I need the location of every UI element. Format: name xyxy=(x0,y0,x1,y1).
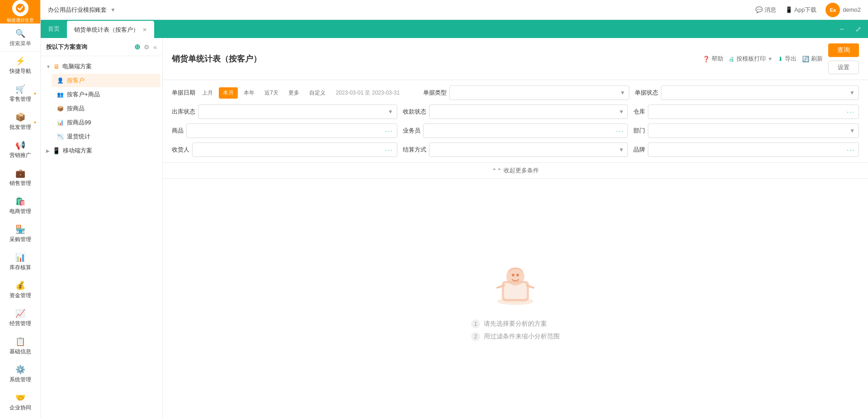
topbar-right: 💬 消息 📱 App下载 Ea demo2 xyxy=(755,3,861,17)
brand-control[interactable]: ··· xyxy=(648,142,859,157)
sidebar-item-ecommerce[interactable]: 🛍️ 电商管理 xyxy=(0,192,41,220)
print-icon: 🖨 xyxy=(729,56,735,62)
sidebar-item-operations[interactable]: 📈 经营管理 xyxy=(0,304,41,332)
scheme-item-return-stat[interactable]: 📉 退货统计 xyxy=(52,130,160,143)
collapse-up-icon: ⌃⌃ xyxy=(492,167,502,174)
svg-rect-3 xyxy=(504,283,527,299)
receipt-status-control[interactable]: ▼ xyxy=(429,104,628,119)
scheme-add-button[interactable]: ⊕ xyxy=(134,43,140,51)
salesperson-control[interactable]: ··· xyxy=(423,124,628,138)
app-download-action[interactable]: 📱 App下载 xyxy=(785,6,816,14)
svg-point-6 xyxy=(516,274,519,276)
scheme-item-label: 按商品99 xyxy=(67,119,91,127)
settlement-control[interactable]: ▼ xyxy=(429,142,628,157)
settlement-dropdown-icon: ▼ xyxy=(618,147,624,153)
tab-minimize-button[interactable]: – xyxy=(835,23,848,35)
date-tab-more[interactable]: 更多 xyxy=(284,87,303,99)
date-tab-last-month[interactable]: 上月 xyxy=(198,87,217,99)
scheme-header-actions: ⊕ ⚙ « xyxy=(134,43,157,51)
tab-home[interactable]: 首页 xyxy=(41,20,67,38)
sidebar-item-system[interactable]: ⚙️ 系统管理 xyxy=(0,360,41,388)
warehouse-dots: ··· xyxy=(847,108,855,115)
scheme-item-label: 按客户+商品 xyxy=(67,90,100,99)
settings-button[interactable]: 设置 xyxy=(828,61,859,74)
help-label: 帮助 xyxy=(712,55,723,63)
main-content: 办公用品行业模拟账套 ▼ 💬 消息 📱 App下载 Ea demo2 首页 xyxy=(41,0,868,418)
date-tab-last-7days[interactable]: 近7天 xyxy=(260,87,283,99)
date-tab-this-month[interactable]: 本月 xyxy=(219,87,238,99)
tab-sales-stat[interactable]: 销货单统计表（按客户） ✕ xyxy=(67,21,154,39)
order-type-dropdown-icon: ▼ xyxy=(620,90,625,96)
sidebar-item-retail[interactable]: 🛒 零售管理 xyxy=(0,80,41,108)
receipt-status-group: 收款状态 ▼ xyxy=(403,104,628,119)
sidebar-item-inventory[interactable]: 📊 库存核算 xyxy=(0,248,41,276)
operations-icon: 📈 xyxy=(15,309,25,318)
cooperation-icon: 🤝 xyxy=(15,393,25,403)
scheme-collapse-button[interactable]: « xyxy=(153,43,157,51)
sidebar-item-marketing[interactable]: 📢 营销推广 xyxy=(0,136,41,164)
order-type-control[interactable]: ▼ xyxy=(449,86,629,100)
product-icon: 📦 xyxy=(57,105,64,112)
query-button[interactable]: 查询 xyxy=(828,43,859,57)
scheme-group-desktop-title[interactable]: ▼ 🖥 电脑端方案 xyxy=(41,60,162,73)
date-tab-custom[interactable]: 自定义 xyxy=(305,87,330,99)
receiver-control[interactable]: ··· xyxy=(192,142,397,157)
empty-tip-2: 2 用过滤条件来缩小分析范围 xyxy=(471,332,560,341)
order-status-label: 单据状态 xyxy=(635,89,658,97)
stock-out-label: 出库状态 xyxy=(172,108,195,116)
receipt-status-dropdown-icon: ▼ xyxy=(618,109,624,115)
date-tab-this-year[interactable]: 本年 xyxy=(240,87,259,99)
stock-out-control[interactable]: ▼ xyxy=(198,104,397,119)
svg-point-5 xyxy=(512,274,514,276)
help-action[interactable]: ❓ 帮助 xyxy=(703,55,723,63)
topbar-dropdown[interactable]: ▼ xyxy=(110,7,116,13)
print-dropdown-icon[interactable]: ▼ xyxy=(768,56,773,62)
department-control[interactable]: ▼ xyxy=(648,124,859,138)
scheme-settings-button[interactable]: ⚙ xyxy=(144,43,150,51)
empty-tip-1: 1 请先选择要分析的方案 xyxy=(471,319,560,328)
sidebar-item-purchase[interactable]: 🏪 采购管理 xyxy=(0,220,41,248)
receipt-status-label: 收款状态 xyxy=(403,108,426,116)
goods-dots: ··· xyxy=(385,127,393,134)
goods-control[interactable]: ··· xyxy=(186,124,397,138)
brand-dots: ··· xyxy=(847,146,855,153)
scheme-item-by-product[interactable]: 📦 按商品 xyxy=(52,102,160,115)
mobile-folder-icon: 📱 xyxy=(52,147,60,154)
export-action[interactable]: ⬇ 导出 xyxy=(778,55,797,63)
inventory-icon: 📊 xyxy=(15,252,25,262)
sidebar-item-sales[interactable]: 💼 销售管理 xyxy=(0,164,41,192)
page-title: 销货单统计表（按客户） xyxy=(172,53,261,64)
print-label: 按模板打印 xyxy=(736,55,766,63)
tab-sales-stat-label: 销货单统计表（按客户） xyxy=(74,26,139,34)
empty-tips: 1 请先选择要分析的方案 2 用过滤条件来缩小分析范围 xyxy=(471,319,560,341)
scheme-group-mobile-title[interactable]: ▶ 📱 移动端方案 xyxy=(41,144,162,157)
department-group: 部门 ▼ xyxy=(633,124,859,138)
user-action[interactable]: Ea demo2 xyxy=(826,3,861,17)
sidebar-search[interactable]: 🔍 搜索菜单 xyxy=(0,24,41,52)
sidebar-item-newbie[interactable]: 🎓 新手引导 xyxy=(0,416,41,418)
scheme-item-label: 按客户 xyxy=(67,76,85,85)
tab-close-button[interactable]: ✕ xyxy=(142,27,147,33)
collapse-button[interactable]: ⌃⌃ 收起更多条件 xyxy=(492,166,539,175)
sidebar-item-basic[interactable]: 📋 基础信息 xyxy=(0,332,41,360)
sidebar-item-wholesale[interactable]: 📦 批发管理 xyxy=(0,108,41,136)
receiver-label: 收货人 xyxy=(172,146,189,154)
sidebar-item-quick-nav[interactable]: ⚡ 快捷导航 xyxy=(0,52,41,80)
scheme-item-by-product-99[interactable]: 📊 按商品99 xyxy=(52,116,160,129)
message-action[interactable]: 💬 消息 xyxy=(755,6,776,14)
scheme-item-by-customer-product[interactable]: 👥 按客户+商品 xyxy=(52,88,160,101)
collapse-label: 收起更多条件 xyxy=(504,166,539,175)
sidebar-item-cooperation[interactable]: 🤝 企业协同 xyxy=(0,388,41,416)
warehouse-control[interactable]: ··· xyxy=(648,104,859,119)
refresh-action[interactable]: 🔄 刷新 xyxy=(802,55,823,63)
order-status-control[interactable]: ▼ xyxy=(661,86,859,100)
right-panel: 销货单统计表（按客户） ❓ 帮助 🖨 按模板打印 ▼ ⬇ 导出 xyxy=(163,38,868,418)
print-action[interactable]: 🖨 按模板打印 ▼ xyxy=(729,55,773,63)
order-status-group: 单据状态 ▼ xyxy=(635,86,859,100)
app-name: 畅捷通好生意 xyxy=(7,17,34,24)
scheme-item-by-customer[interactable]: 👤 按客户 xyxy=(52,74,160,87)
tab-maximize-button[interactable]: ⤢ xyxy=(852,23,864,35)
collapse-bar: ⌃⌃ 收起更多条件 xyxy=(163,163,868,179)
scheme-item-label: 按商品 xyxy=(67,104,85,113)
sidebar-item-finance[interactable]: 💰 资金管理 xyxy=(0,276,41,304)
